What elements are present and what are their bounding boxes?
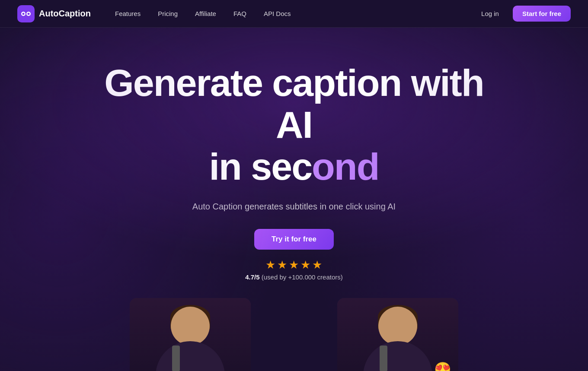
person-face-right xyxy=(378,307,417,346)
hero-title: Generate caption with AI xyxy=(99,62,489,146)
nav-faq[interactable]: FAQ xyxy=(227,6,253,21)
nav-api-docs[interactable]: API Docs xyxy=(257,6,298,21)
rating-section: ★ ★ ★ ★ ★ 4.7/5 (used by +100.000 creato… xyxy=(245,258,343,281)
star-5: ★ xyxy=(312,258,322,272)
logo-icon xyxy=(17,5,35,22)
preview-right-image: 😍 xyxy=(337,298,458,371)
hero-section: Generate caption with AI in second Auto … xyxy=(0,28,588,371)
nav-features[interactable]: Features xyxy=(108,6,147,21)
hero-highlight-d: d xyxy=(357,145,379,188)
preview-left-image xyxy=(130,298,251,371)
rating-text: 4.7/5 (used by +100.000 creators) xyxy=(245,273,343,281)
hero-subtitle: in second xyxy=(209,146,379,188)
hero-highlight-o: o xyxy=(312,145,334,188)
preview-card-left xyxy=(130,298,251,371)
microphone-left xyxy=(172,346,180,371)
preview-section: 😍 xyxy=(61,298,527,371)
rating-detail: (used by +100.000 creators) xyxy=(262,273,343,281)
logo[interactable]: AutoCaption xyxy=(17,5,91,22)
navbar-left: AutoCaption Features Pricing Affiliate F… xyxy=(17,5,298,22)
start-for-free-button[interactable]: Start for free xyxy=(513,6,571,22)
hero-description: Auto Caption generates subtitles in one … xyxy=(192,200,396,213)
login-button[interactable]: Log in xyxy=(474,6,506,21)
star-1: ★ xyxy=(265,258,275,272)
person-body-right xyxy=(363,341,432,371)
try-for-free-button[interactable]: Try it for free xyxy=(254,229,334,250)
navbar-right: Log in Start for free xyxy=(474,6,571,22)
svg-point-3 xyxy=(22,13,25,15)
person-body-left xyxy=(156,341,225,371)
person-face-left xyxy=(171,307,210,346)
rating-score: 4.7/5 xyxy=(245,273,259,281)
star-2: ★ xyxy=(277,258,287,272)
preview-card-right: 😍 xyxy=(337,298,458,371)
svg-point-4 xyxy=(28,13,30,15)
navbar: AutoCaption Features Pricing Affiliate F… xyxy=(0,0,588,28)
star-3: ★ xyxy=(289,258,299,272)
nav-links: Features Pricing Affiliate FAQ API Docs xyxy=(108,6,298,21)
nav-affiliate[interactable]: Affiliate xyxy=(188,6,223,21)
microphone-right xyxy=(380,346,387,371)
svg-rect-0 xyxy=(17,5,35,22)
star-4: ★ xyxy=(300,258,310,272)
nav-pricing[interactable]: Pricing xyxy=(151,6,185,21)
brand-name: AutoCaption xyxy=(39,9,91,19)
emoji-badge: 😍 xyxy=(434,361,451,371)
star-rating: ★ ★ ★ ★ ★ xyxy=(265,258,322,272)
hero-highlight-n: n xyxy=(334,145,357,188)
